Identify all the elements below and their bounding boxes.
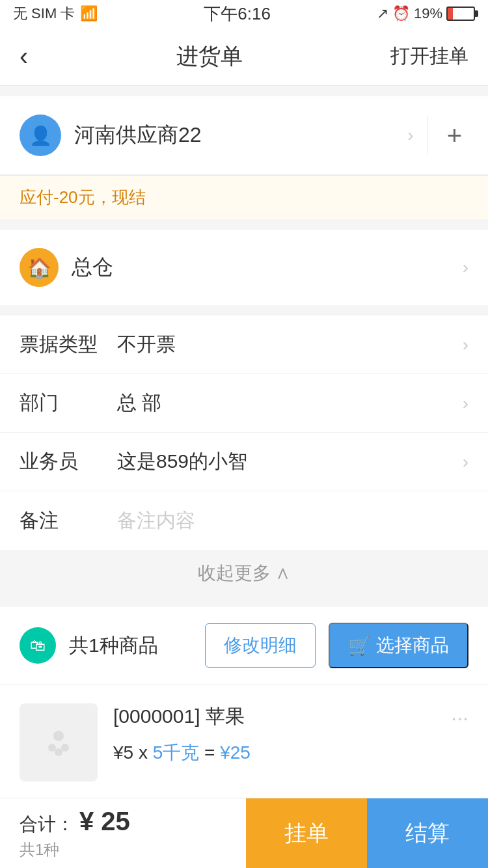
checkout-label: 结算 — [405, 819, 450, 848]
nav-bar: ‹ 进货单 打开挂单 — [0, 27, 488, 86]
balance-hint: 应付-20元，现结 — [0, 175, 488, 219]
select-product-label: 选择商品 — [376, 633, 449, 658]
divider — [427, 116, 427, 155]
price-value: ¥5 — [113, 742, 133, 763]
product-price: ¥5 x 5千克 = ¥25 — [113, 740, 435, 765]
product-name: [0000001] 苹果 — [113, 703, 435, 730]
chevron-right-icon: › — [463, 334, 468, 355]
chevron-right-icon: › — [407, 125, 413, 146]
back-button[interactable]: ‹ — [20, 42, 28, 71]
product-item: [0000001] 苹果 ¥5 x 5千克 = ¥25 ··· — [0, 685, 488, 800]
supplier-row[interactable]: 👤 河南供应商22 › + — [0, 96, 488, 175]
form-section: 票据类型 不开票 › 部门 总 部 › 业务员 这是859的小智 › 备注 备注… — [0, 316, 488, 550]
more-button[interactable]: ··· — [451, 703, 468, 733]
invoice-type-value: 不开票 — [104, 331, 463, 358]
add-button[interactable]: + — [441, 121, 468, 150]
pending-label: 挂单 — [284, 819, 329, 848]
bottom-bar: 合计： ¥ 25 共1种 挂单 结算 — [0, 798, 488, 868]
chevron-right-icon: › — [463, 393, 468, 414]
price-multiply: x — [139, 742, 153, 763]
page-title: 进货单 — [176, 42, 243, 72]
wifi-icon: 📶 — [80, 5, 98, 22]
chevron-right-icon: › — [463, 257, 468, 278]
remark-label: 备注 — [20, 508, 104, 534]
cart-icon: 🛒 — [348, 635, 371, 657]
salesperson-label: 业务员 — [20, 448, 104, 475]
battery-percent: 19% — [414, 5, 442, 22]
product-info: [0000001] 苹果 ¥5 x 5千克 = ¥25 — [113, 703, 435, 765]
invoice-type-row[interactable]: 票据类型 不开票 › — [0, 316, 488, 374]
remark-row[interactable]: 备注 备注内容 — [0, 491, 488, 550]
total-count: 共1种 — [20, 839, 226, 860]
products-header: 🛍 共1种商品 修改明细 🛒 选择商品 — [0, 607, 488, 684]
products-icon: 🛍 — [20, 627, 56, 664]
total-value: ¥25 — [220, 742, 251, 763]
department-row[interactable]: 部门 总 部 › — [0, 374, 488, 433]
total-label: 合计： ¥ 25 — [20, 807, 226, 837]
location-icon: ↗ — [377, 5, 388, 22]
battery-icon — [446, 7, 475, 21]
quantity-value: 5千克 — [153, 742, 200, 763]
svg-point-0 — [53, 731, 64, 741]
supplier-name: 河南供应商22 — [74, 121, 407, 150]
svg-point-2 — [61, 744, 69, 752]
select-product-button[interactable]: 🛒 选择商品 — [329, 623, 468, 668]
product-thumbnail — [20, 703, 98, 781]
remark-input[interactable]: 备注内容 — [104, 508, 468, 534]
supplier-section: 👤 河南供应商22 › + 应付-20元，现结 — [0, 96, 488, 219]
svg-point-3 — [55, 748, 62, 756]
collapse-button[interactable]: 收起更多 ∧ — [0, 550, 488, 597]
open-pending-button[interactable]: 打开挂单 — [390, 43, 468, 70]
edit-detail-button[interactable]: 修改明细 — [205, 623, 316, 668]
carrier-text: 无 SIM 卡 — [13, 4, 75, 23]
avatar: 👤 — [20, 115, 61, 156]
invoice-type-label: 票据类型 — [20, 331, 104, 358]
salesperson-row[interactable]: 业务员 这是859的小智 › — [0, 433, 488, 491]
checkout-button[interactable]: 结算 — [367, 798, 488, 869]
total-prefix: 合计： — [20, 812, 74, 837]
total-amount: ¥ 25 — [79, 807, 130, 836]
chevron-right-icon: › — [463, 452, 468, 472]
products-count: 共1种商品 — [69, 632, 192, 659]
department-value: 总 部 — [104, 390, 463, 416]
warehouse-row[interactable]: 🏠 总仓 › — [0, 230, 488, 305]
pending-button[interactable]: 挂单 — [246, 798, 367, 869]
price-equals: = — [204, 742, 220, 763]
salesperson-value: 这是859的小智 — [104, 448, 463, 475]
collapse-label: 收起更多 ∧ — [198, 561, 291, 586]
bag-icon: 🛍 — [30, 636, 46, 655]
svg-point-1 — [48, 744, 56, 752]
status-time: 下午6:16 — [204, 3, 271, 25]
warehouse-section: 🏠 总仓 › — [0, 230, 488, 305]
department-label: 部门 — [20, 390, 104, 416]
status-left: 无 SIM 卡 📶 — [13, 4, 98, 23]
status-right: ↗ ⏰ 19% — [377, 5, 475, 22]
product-title: 苹果 — [206, 705, 245, 727]
warehouse-icon: 🏠 — [20, 248, 59, 287]
alarm-icon: ⏰ — [392, 5, 410, 22]
product-id: [0000001] — [113, 705, 200, 727]
total-section: 合计： ¥ 25 共1种 — [0, 807, 246, 860]
status-bar: 无 SIM 卡 📶 下午6:16 ↗ ⏰ 19% — [0, 0, 488, 27]
content: 👤 河南供应商22 › + 应付-20元，现结 🏠 总仓 › 票据类型 不开票 … — [0, 96, 488, 868]
warehouse-name: 总仓 — [72, 253, 463, 282]
avatar-icon: 👤 — [29, 125, 52, 146]
